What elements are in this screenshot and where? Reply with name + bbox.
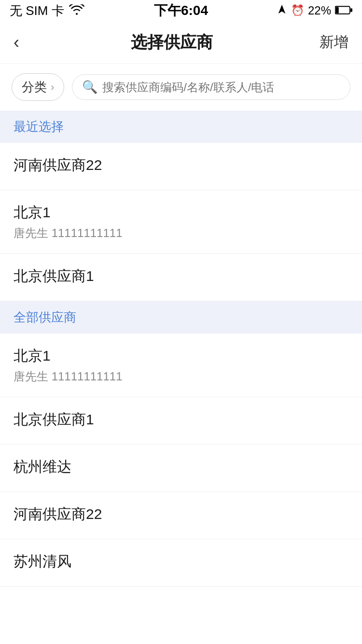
list-item[interactable]: 河南供应商22 — [0, 143, 362, 190]
svg-rect-1 — [350, 8, 352, 12]
chevron-right-icon: › — [51, 81, 54, 94]
status-time: 下午6:04 — [154, 1, 208, 20]
item-contact: 唐先生 11111111111 — [14, 369, 348, 384]
item-name: 北京供应商1 — [14, 266, 348, 286]
battery-text: 22% — [308, 4, 331, 17]
filter-bar: 分类 › 🔍 — [0, 64, 362, 111]
search-input[interactable] — [102, 81, 340, 94]
alarm-icon: ⏰ — [291, 4, 304, 17]
item-name: 河南供应商22 — [14, 504, 348, 524]
recent-section-header: 最近选择 — [0, 111, 362, 143]
item-name: 北京供应商1 — [14, 410, 348, 430]
list-item[interactable]: 杭州维达 — [0, 445, 362, 492]
battery-icon — [335, 4, 352, 17]
sim-text: 无 SIM 卡 — [10, 2, 64, 19]
add-button[interactable]: 新增 — [320, 32, 348, 52]
list-item[interactable]: 北京供应商1 — [0, 397, 362, 445]
item-name: 北京1 — [14, 203, 348, 223]
category-label: 分类 — [22, 79, 47, 96]
status-right: ⏰ 22% — [277, 4, 352, 17]
item-name: 北京1 — [14, 346, 348, 366]
list-item[interactable]: 北京1唐先生 11111111111 — [0, 190, 362, 254]
search-box: 🔍 — [72, 74, 350, 100]
nav-bar: ‹ 选择供应商 新增 — [0, 21, 362, 64]
search-icon: 🔍 — [82, 80, 97, 95]
list-item[interactable]: 北京1唐先生 11111111111 — [0, 334, 362, 397]
item-name: 河南供应商22 — [14, 155, 348, 175]
status-bar: 无 SIM 卡 下午6:04 ⏰ 22% — [0, 0, 362, 21]
list-item[interactable]: 北京供应商1 — [0, 254, 362, 301]
status-left: 无 SIM 卡 — [10, 2, 84, 19]
back-button[interactable]: ‹ — [9, 28, 24, 57]
svg-rect-2 — [335, 7, 338, 14]
category-button[interactable]: 分类 › — [12, 73, 64, 101]
list-item[interactable]: 河南供应商22 — [0, 492, 362, 539]
item-name: 苏州清风 — [14, 552, 348, 572]
wifi-icon — [69, 3, 84, 18]
item-name: 杭州维达 — [14, 457, 348, 477]
location-icon — [277, 4, 287, 17]
page-title: 选择供应商 — [131, 31, 213, 54]
item-contact: 唐先生 11111111111 — [14, 225, 348, 241]
list-item[interactable]: 苏州清风 — [0, 539, 362, 587]
all-items-list: 北京1唐先生 11111111111北京供应商1杭州维达河南供应商22苏州清风 — [0, 334, 362, 587]
recent-items-list: 河南供应商22北京1唐先生 11111111111北京供应商1 — [0, 143, 362, 301]
all-section-header: 全部供应商 — [0, 301, 362, 334]
